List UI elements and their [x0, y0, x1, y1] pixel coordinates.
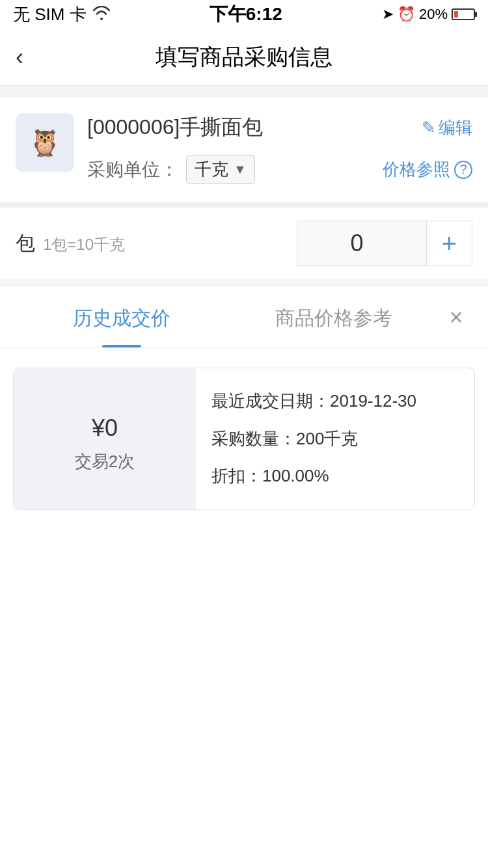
product-card: 🦉 [0000006]手撕面包 ✎ 编辑 采购单位： 千克 ▼	[0, 98, 488, 202]
currency-symbol: ¥	[92, 414, 105, 441]
product-name: [0000006]手撕面包	[87, 113, 263, 142]
alarm-icon: ⏰	[398, 6, 415, 23]
price-card: ¥0 交易2次 最近成交日期：2019-12-30 采购数量：200千克 折扣：…	[13, 368, 475, 510]
back-button[interactable]: ‹	[16, 44, 44, 71]
tab-section: 历史成交价 商品价格参考 × ¥0 交易2次 最近成交日期：2019-12-30…	[0, 287, 488, 530]
quantity-unit: 包	[16, 230, 35, 257]
brand-logo-icon: 🦉	[29, 128, 61, 158]
product-logo: 🦉	[16, 113, 74, 172]
purchase-qty-label: 采购数量：	[211, 429, 296, 448]
battery-percent: 20%	[419, 6, 448, 23]
trades-count: 交易2次	[75, 450, 135, 473]
discount-label: 折扣：	[211, 466, 262, 485]
discount-row: 折扣：100.00%	[211, 463, 459, 490]
help-icon: ?	[454, 161, 472, 179]
carrier-text: 无 SIM 卡	[13, 3, 87, 26]
purchase-qty-row: 采购数量：200千克	[211, 426, 459, 453]
price-summary: ¥0 交易2次	[14, 368, 196, 509]
tab-historical-price[interactable]: 历史成交价	[16, 287, 228, 347]
quantity-input[interactable]	[297, 221, 427, 266]
recent-date-row: 最近成交日期：2019-12-30	[211, 388, 459, 415]
price-ref-button[interactable]: 价格参照 ?	[383, 158, 472, 181]
product-info: [0000006]手撕面包 ✎ 编辑 采购单位： 千克 ▼ 价格参照 ?	[87, 113, 472, 184]
quantity-conversion: 1包=10千克	[43, 234, 125, 255]
unit-select-dropdown[interactable]: 千克 ▼	[186, 155, 255, 184]
edit-icon: ✎	[422, 118, 436, 138]
recent-date-label: 最近成交日期：	[211, 391, 330, 411]
wifi-icon	[93, 5, 110, 25]
edit-button[interactable]: ✎ 编辑	[422, 116, 472, 139]
price-amount: ¥0	[92, 405, 118, 444]
purchase-qty-value: 200千克	[296, 429, 358, 448]
status-bar: 无 SIM 卡 下午6:12 ➤ ⏰ 20%	[0, 0, 488, 29]
time-display: 下午6:12	[210, 2, 282, 27]
quantity-plus-button[interactable]: +	[427, 221, 472, 266]
nav-bar: ‹ 填写商品采购信息	[0, 29, 488, 86]
quantity-row: 包 1包=10千克 +	[0, 202, 488, 279]
status-right: ➤ ⏰ 20%	[382, 6, 475, 23]
tab-content: ¥0 交易2次 最近成交日期：2019-12-30 采购数量：200千克 折扣：…	[0, 348, 488, 530]
recent-date-value: 2019-12-30	[330, 391, 416, 411]
price-value: 0	[105, 414, 118, 441]
status-left: 无 SIM 卡	[13, 3, 110, 26]
discount-value: 100.00%	[262, 466, 329, 485]
tab-bar: 历史成交价 商品价格参考 ×	[0, 287, 488, 348]
unit-label: 采购单位：	[87, 157, 178, 182]
bottom-blank-area	[0, 530, 488, 868]
page-title: 填写商品采购信息	[156, 42, 332, 72]
unit-value: 千克	[195, 158, 228, 181]
gps-icon: ➤	[382, 6, 394, 23]
price-details: 最近成交日期：2019-12-30 采购数量：200千克 折扣：100.00%	[196, 368, 474, 509]
tab-product-price-ref[interactable]: 商品价格参考	[228, 287, 440, 347]
tab-close-button[interactable]: ×	[440, 301, 472, 334]
battery-icon	[452, 8, 475, 20]
price-ref-label: 价格参照	[383, 158, 450, 181]
chevron-down-icon: ▼	[234, 162, 247, 177]
